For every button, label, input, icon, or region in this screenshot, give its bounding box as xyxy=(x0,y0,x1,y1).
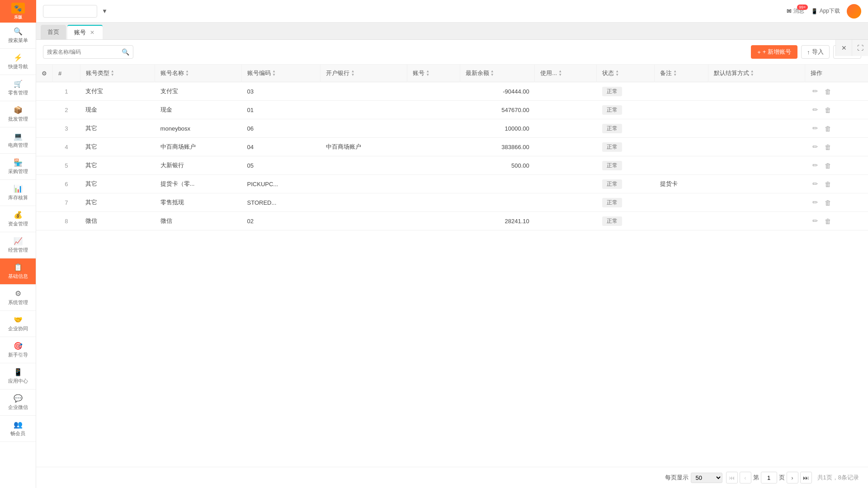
delete-button[interactable]: 🗑 xyxy=(823,161,833,170)
import-button[interactable]: ↑ 导入 xyxy=(801,45,830,59)
status-column-header[interactable]: 状态▲▼ xyxy=(597,65,655,82)
tab-label-home: 首页 xyxy=(47,28,59,36)
sidebar-item-basic[interactable]: 📋基础信息 xyxy=(0,258,36,285)
edit-button[interactable]: ✏ xyxy=(811,179,820,189)
gear-cell xyxy=(36,193,53,212)
sidebar-item-shortcut[interactable]: ⚡快捷导航 xyxy=(0,49,36,75)
edit-button[interactable]: ✏ xyxy=(811,142,820,152)
gear-column-header[interactable]: ⚙ xyxy=(36,65,53,82)
code-cell: PICKUPC... xyxy=(242,175,321,193)
row-actions: ✏ 🗑 xyxy=(811,160,863,170)
app-logo: 🐾 乐版 xyxy=(0,0,36,23)
tab-label-account: 账号 xyxy=(74,28,86,37)
default-settle-cell xyxy=(708,138,805,156)
topbar-search-input[interactable] xyxy=(43,5,97,18)
delete-button[interactable]: 🗑 xyxy=(823,124,833,133)
topbar-dropdown[interactable]: ▼ xyxy=(102,8,108,14)
bank-column-header[interactable]: 开户银行▲▼ xyxy=(321,65,407,82)
default-settle-column-header[interactable]: 默认结算方式▲▼ xyxy=(708,65,805,82)
search-icon[interactable]: 🔍 xyxy=(122,48,129,56)
row-num-cell: 3 xyxy=(53,119,80,138)
type-column-header[interactable]: 账号类型▲▼ xyxy=(80,65,155,82)
sidebar-item-operations[interactable]: 📈经营管理 xyxy=(0,232,36,258)
edit-button[interactable]: ✏ xyxy=(811,86,820,96)
search-input[interactable] xyxy=(47,49,122,55)
status-badge: 正常 xyxy=(602,105,622,115)
sidebar-item-cooperation[interactable]: 🤝企业协同 xyxy=(0,311,36,337)
page-first-button[interactable]: ⏮ xyxy=(726,472,738,483)
account-cell xyxy=(407,101,460,119)
per-page-select[interactable]: 50 100 200 xyxy=(691,473,722,483)
edit-button[interactable]: ✏ xyxy=(811,160,820,170)
sidebar-item-app_center[interactable]: 📱应用中心 xyxy=(0,363,36,389)
remark-cell xyxy=(655,156,708,175)
default-settle-cell xyxy=(708,175,805,193)
edit-button[interactable]: ✏ xyxy=(811,216,820,226)
table-row: 5 其它 大新银行 05 500.00 正常 ✏ 🗑 xyxy=(36,156,868,175)
usage-cell xyxy=(535,212,597,230)
delete-button[interactable]: 🗑 xyxy=(823,179,833,189)
edit-button[interactable]: ✏ xyxy=(811,123,820,133)
maximize-button[interactable]: ⛶ xyxy=(852,40,868,56)
balance-column-header[interactable]: 最新余额▲▼ xyxy=(460,65,534,82)
sidebar-item-retail[interactable]: 🛒零售管理 xyxy=(0,75,36,101)
logo-icon: 🐾 xyxy=(11,3,25,14)
sidebar-item-corp_wechat[interactable]: 💬企业微信 xyxy=(0,389,36,416)
tab-account[interactable]: 账号✕ xyxy=(67,25,103,39)
sidebar-item-finance[interactable]: 💰资金管理 xyxy=(0,206,36,232)
remark-column-header[interactable]: 备注▲▼ xyxy=(655,65,708,82)
per-page-label: 每页显示 xyxy=(665,474,689,482)
bank-cell xyxy=(321,119,407,138)
sidebar-item-member[interactable]: 👥畅会员 xyxy=(0,416,36,442)
sidebar-item-guide[interactable]: 🎯新手引导 xyxy=(0,337,36,363)
sidebar-icon-wholesale: 📦 xyxy=(14,106,23,114)
tab-home[interactable]: 首页 xyxy=(41,25,66,39)
sidebar-item-purchase[interactable]: 🏪采购管理 xyxy=(0,154,36,180)
sidebar-label-corp_wechat: 企业微信 xyxy=(8,404,28,411)
sidebar-icon-app_center: 📱 xyxy=(14,368,23,376)
code-cell: 03 xyxy=(242,82,321,101)
edit-button[interactable]: ✏ xyxy=(811,197,820,207)
page-next-button[interactable]: › xyxy=(787,472,798,483)
table-body: 1 支付宝 支付宝 03 -90444.00 正常 ✏ 🗑 2 现金 现金 01… xyxy=(36,82,868,230)
sidebar-item-system[interactable]: ⚙系统管理 xyxy=(0,285,36,311)
sidebar-label-search: 搜索菜单 xyxy=(8,37,28,44)
delete-button[interactable]: 🗑 xyxy=(823,216,833,226)
bank-cell xyxy=(321,193,407,212)
code-column-header[interactable]: 账号编码▲▼ xyxy=(242,65,321,82)
message-button[interactable]: ✉ 99+ 消息 xyxy=(787,7,804,15)
sidebar-item-inventory[interactable]: 📊库存核算 xyxy=(0,180,36,206)
tab-close-account[interactable]: ✕ xyxy=(89,29,96,36)
page-last-button[interactable]: ⏭ xyxy=(800,472,812,483)
app-download-button[interactable]: 📱 App下载 xyxy=(811,7,840,15)
page-prev-button[interactable]: ‹ xyxy=(740,472,751,483)
add-account-button[interactable]: + + 新增账号 xyxy=(751,45,797,59)
code-cell: 01 xyxy=(242,101,321,119)
type-cell: 其它 xyxy=(80,138,155,156)
account-column-header[interactable]: 账号▲▼ xyxy=(407,65,460,82)
pagination: 每页显示 50 100 200 ⏮ ‹ 第 页 › ⏭ 共1页，8条记录 xyxy=(36,467,868,488)
delete-button[interactable]: 🗑 xyxy=(823,198,833,207)
name-column-header[interactable]: 账号名称▲▼ xyxy=(155,65,242,82)
sidebar-item-ecommerce[interactable]: 💻电商管理 xyxy=(0,127,36,154)
sidebar-icon-member: 👥 xyxy=(14,420,23,429)
topbar-right: ✉ 99+ 消息 📱 App下载 xyxy=(787,4,861,19)
minimize-button[interactable]: ✕ xyxy=(835,40,852,56)
status-cell: 正常 xyxy=(597,101,655,119)
sidebar-label-finance: 资金管理 xyxy=(8,221,28,227)
delete-button[interactable]: 🗑 xyxy=(823,142,833,152)
delete-button[interactable]: 🗑 xyxy=(823,105,833,115)
status-badge: 正常 xyxy=(602,179,622,189)
content-area: ✕ ⛶ 🔍 + + 新增账号 ↑ 导入 ↓ xyxy=(36,40,868,488)
user-avatar[interactable] xyxy=(847,4,861,19)
delete-button[interactable]: 🗑 xyxy=(823,87,833,96)
page-number-input[interactable] xyxy=(761,472,777,483)
usage-column-header[interactable]: 使用...▲▼ xyxy=(535,65,597,82)
sidebar-item-search[interactable]: 🔍搜索菜单 xyxy=(0,23,36,49)
type-cell: 其它 xyxy=(80,175,155,193)
name-cell: 微信 xyxy=(155,212,242,230)
sidebar-item-wholesale[interactable]: 📦批发管理 xyxy=(0,101,36,127)
gear-cell xyxy=(36,175,53,193)
edit-button[interactable]: ✏ xyxy=(811,105,820,115)
main-area: ▼ ✉ 99+ 消息 📱 App下载 首页账号✕ ✕ ⛶ xyxy=(36,0,868,488)
